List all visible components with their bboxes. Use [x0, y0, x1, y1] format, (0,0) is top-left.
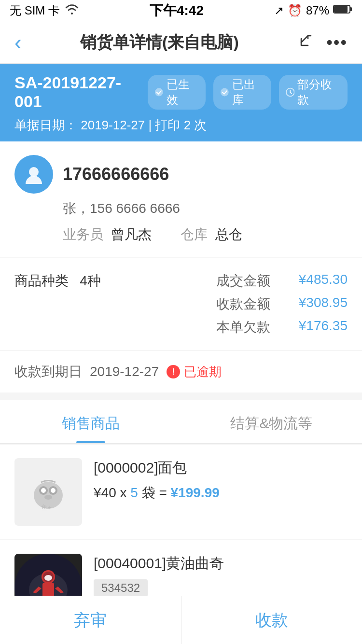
- svg-point-4: [221, 88, 229, 97]
- svg-text:鱼+: 鱼+: [41, 504, 52, 511]
- list-item: 鱼+ [0000002]面包 ¥40 x 5 袋 = ¥199.99: [0, 445, 362, 539]
- stats-section: 商品种类 4种 成交金额 ¥485.30 收款金额 ¥308.95 本单欠款 ¥…: [0, 258, 362, 350]
- cancel-button[interactable]: 弃审: [0, 596, 181, 644]
- received-label: 收款金额: [216, 295, 270, 313]
- owed-row: 本单欠款 ¥176.35: [216, 318, 348, 336]
- share-button[interactable]: [297, 32, 315, 53]
- bottom-bar: 弃审 收款: [0, 596, 362, 644]
- svg-point-10: [41, 488, 46, 493]
- header-banner: SA-20191227-001 已生效 已出库 部分收款 单据日期： 2019-…: [0, 64, 362, 141]
- salesperson-item: 业务员 曾凡杰: [63, 225, 152, 244]
- overdue-text: 已逾期: [184, 364, 222, 380]
- svg-rect-2: [334, 6, 348, 13]
- warehouse-item: 仓库 总仓: [181, 225, 242, 244]
- nav-actions: •••: [297, 32, 348, 53]
- tab-underline: [76, 441, 105, 443]
- owed-value: ¥176.35: [280, 318, 348, 336]
- battery-icon: [333, 4, 352, 17]
- svg-point-6: [29, 167, 39, 177]
- status-right: ↗ ⏰ 87%: [274, 4, 352, 17]
- product-total: ¥199.99: [171, 485, 220, 500]
- salesperson-value: 曾凡杰: [111, 225, 152, 244]
- nav-bar: ‹ 销货单详情(来自电脑) •••: [0, 21, 362, 64]
- order-id: SA-20191227-001: [14, 73, 140, 111]
- banner-row1: SA-20191227-001 已生效 已出库 部分收款: [14, 73, 348, 111]
- back-button[interactable]: ‹: [14, 30, 22, 55]
- product-types: 商品种类 4种: [14, 272, 101, 290]
- overdue-badge: ! 已逾期: [167, 364, 222, 380]
- deal-amount-value: ¥485.30: [280, 272, 348, 290]
- received-row: 收款金额 ¥308.95: [216, 295, 348, 313]
- tab-settlement[interactable]: 结算&物流等: [181, 400, 362, 443]
- financial-stats: 成交金额 ¥485.30 收款金额 ¥308.95 本单欠款 ¥176.35: [216, 272, 348, 336]
- due-date-section: 收款到期日 2019-12-27 ! 已逾期: [0, 351, 362, 392]
- status-badge-shipped: 已出库: [213, 75, 271, 110]
- status-badge-effective: 已生效: [148, 75, 206, 110]
- svg-point-12: [44, 495, 52, 500]
- avatar: [14, 155, 53, 194]
- svg-point-3: [155, 88, 163, 97]
- product-name: [0000002]面包: [94, 458, 348, 478]
- product-name: [00040001]黄油曲奇: [94, 554, 348, 574]
- due-date-label: 收款到期日: [14, 363, 82, 381]
- overdue-icon: !: [167, 365, 180, 378]
- banner-date-row: 单据日期： 2019-12-27 | 打印 2 次: [14, 117, 348, 134]
- status-time: 下午4:42: [150, 1, 204, 20]
- deal-amount-label: 成交金额: [216, 272, 270, 290]
- due-date-value: 2019-12-27: [90, 364, 159, 379]
- product-image: 鱼+: [14, 458, 82, 526]
- confirm-button[interactable]: 收款: [181, 596, 362, 644]
- customer-phone: 17666666666: [63, 164, 169, 184]
- wifi-icon: [65, 4, 79, 17]
- status-badge-partial: 部分收款: [279, 75, 348, 110]
- owed-label: 本单欠款: [216, 318, 270, 336]
- received-value: ¥308.95: [280, 295, 348, 313]
- svg-rect-1: [350, 7, 352, 11]
- sim-status: 无 SIM 卡: [10, 3, 60, 18]
- product-qty: 5: [130, 485, 138, 500]
- status-left: 无 SIM 卡: [10, 3, 79, 18]
- svg-point-19: [44, 575, 52, 581]
- more-button[interactable]: •••: [326, 32, 348, 53]
- customer-name-phone: 张，156 6666 6666: [63, 199, 348, 218]
- deal-amount-row: 成交金额 ¥485.30: [216, 272, 348, 290]
- tabs-container: 销售商品 结算&物流等: [0, 400, 362, 444]
- warehouse-label: 仓库: [181, 225, 208, 244]
- customer-section: 17666666666 张，156 6666 6666 业务员 曾凡杰 仓库 总…: [0, 141, 362, 257]
- salesperson-label: 业务员: [63, 225, 103, 244]
- status-bar: 无 SIM 卡 下午4:42 ↗ ⏰ 87%: [0, 0, 362, 21]
- product-price: ¥40 x 5 袋 = ¥199.99: [94, 484, 348, 502]
- product-info: [0000002]面包 ¥40 x 5 袋 = ¥199.99: [94, 458, 348, 502]
- product-sku: 534532: [94, 579, 148, 597]
- customer-meta: 业务员 曾凡杰 仓库 总仓: [63, 225, 348, 244]
- alarm-icon: ⏰: [288, 4, 302, 17]
- battery-level: 87%: [306, 4, 329, 17]
- tab-sales-products[interactable]: 销售商品: [0, 400, 181, 443]
- page-title: 销货单详情(来自电脑): [80, 31, 239, 54]
- product-types-value: 4种: [80, 273, 101, 288]
- svg-point-11: [51, 488, 56, 493]
- location-icon: ↗: [274, 4, 284, 17]
- customer-row: 17666666666: [14, 155, 348, 194]
- product-types-label: 商品种类: [14, 273, 69, 288]
- warehouse-value: 总仓: [215, 225, 242, 244]
